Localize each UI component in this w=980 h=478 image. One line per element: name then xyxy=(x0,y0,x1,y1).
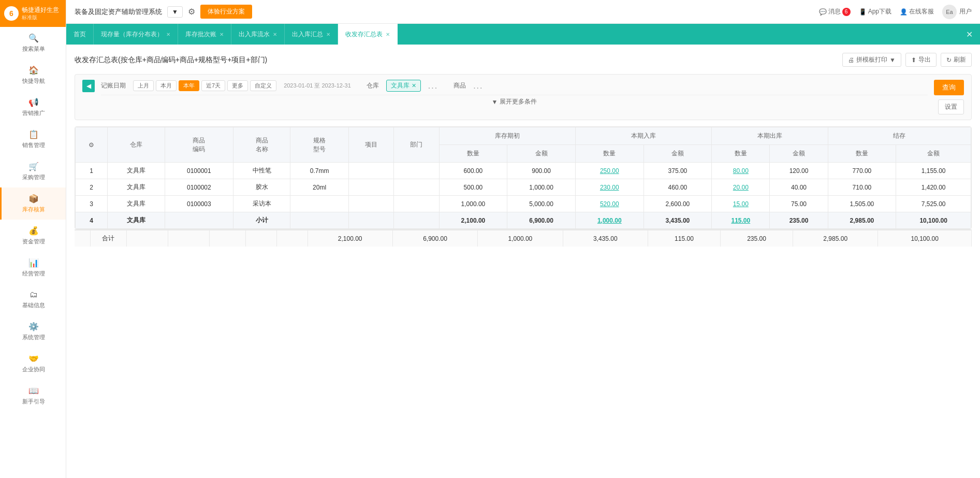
date-custom[interactable]: 自定义 xyxy=(250,80,276,91)
th-balance-qty: 数量 xyxy=(828,145,896,163)
date-current-year[interactable]: 本年 xyxy=(179,80,199,91)
service-icon: 👤 xyxy=(900,8,908,16)
filter-collapse-btn[interactable]: ◀ xyxy=(82,80,95,92)
row-open-qty: 500.00 xyxy=(439,179,507,196)
warehouse-filter-label: 仓库 xyxy=(367,81,379,90)
table-settings-th[interactable]: ⚙ xyxy=(76,127,108,163)
export-label: 导出 xyxy=(918,55,931,64)
row-in-amt: 375.00 xyxy=(643,163,712,179)
subtotal-in-qty[interactable]: 1,000.00 xyxy=(575,212,643,229)
filter-row-date: 记账日期 上月 本月 本年 近7天 更多 自定义 2023-01-01 至 20… xyxy=(101,80,928,92)
row-balance-amt: 1,420.00 xyxy=(896,179,971,196)
sidebar-item-sales[interactable]: 📋 销售管理 xyxy=(0,123,66,155)
row-warehouse: 文具库 xyxy=(108,196,165,212)
quick-nav-label: 快捷导航 xyxy=(22,77,45,85)
tab-stock-dist-close[interactable]: ✕ xyxy=(166,32,170,37)
message-badge: 6 xyxy=(842,8,851,16)
th-goods-name: 商品名称 xyxy=(233,127,290,163)
date-more[interactable]: 更多 xyxy=(227,80,248,91)
export-button[interactable]: ⬆ 导出 xyxy=(905,53,937,67)
message-label: 消息 xyxy=(828,7,841,16)
sidebar-item-operation[interactable]: 📊 经营管理 xyxy=(0,252,66,284)
row-out-qty[interactable]: 15.00 xyxy=(712,196,770,212)
online-service-label: 在线客服 xyxy=(909,7,934,16)
user-info[interactable]: Ea 用户 xyxy=(942,5,972,19)
tab-recv-send[interactable]: 收发存汇总表 ✕ xyxy=(338,24,398,45)
tab-inout-summary[interactable]: 出入库汇总 ✕ xyxy=(285,24,338,45)
online-service-link[interactable]: 👤 在线客服 xyxy=(900,7,934,16)
tab-stock-dist[interactable]: 现存量（库存分布表） ✕ xyxy=(94,24,178,45)
refresh-button[interactable]: ↻ 刷新 xyxy=(941,53,972,67)
message-link[interactable]: 💬 消息 6 xyxy=(819,7,851,16)
purchase-label: 采购管理 xyxy=(22,173,45,181)
row-balance-qty: 710.00 xyxy=(828,179,896,196)
page-title-row: 收发存汇总表(按仓库+商品编码+商品+规格型号+项目+部门) 🖨 拼模板打印 ▼… xyxy=(75,53,972,67)
row-no: 2 xyxy=(76,179,108,196)
row-goods-spec: 0.7mm xyxy=(290,163,348,179)
row-in-qty[interactable]: 520.00 xyxy=(575,196,643,212)
total-no-cell xyxy=(75,230,90,247)
main-content: 装备及固定资产辅助管理系统 ▼ ⚙ 体验行业方案 💬 消息 6 📱 App下载 xyxy=(66,0,980,478)
sidebar-item-inventory[interactable]: 📦 库存核算 xyxy=(0,187,66,220)
print-label: 拼模板打印 xyxy=(856,55,887,64)
page-actions: 🖨 拼模板打印 ▼ ⬆ 导出 ↻ 刷新 xyxy=(842,53,972,67)
total-out-amt: 235.00 xyxy=(720,230,793,247)
sidebar-item-marketing[interactable]: 📢 营销推广 xyxy=(0,91,66,123)
date-7days[interactable]: 近7天 xyxy=(201,80,225,91)
row-in-qty[interactable]: 230.00 xyxy=(575,179,643,196)
date-prev-month[interactable]: 上月 xyxy=(133,80,154,91)
th-goods-spec: 规格型号 xyxy=(290,127,348,163)
total-open-amt: 6,900.00 xyxy=(392,230,477,247)
tab-inout-summary-close[interactable]: ✕ xyxy=(326,32,330,37)
query-button[interactable]: 查询 xyxy=(934,80,964,95)
sidebar-item-quick-nav[interactable]: 🏠 快捷导航 xyxy=(0,59,66,91)
tab-bar-close-btn[interactable]: ✕ xyxy=(959,30,980,39)
logo-icon: 6 xyxy=(4,6,19,21)
tab-inout-flow-close[interactable]: ✕ xyxy=(273,32,277,37)
tab-recv-send-close[interactable]: ✕ xyxy=(386,32,390,37)
row-out-amt: 75.00 xyxy=(770,196,828,212)
tab-batch[interactable]: 库存批次账 ✕ xyxy=(178,24,231,45)
row-in-amt: 460.00 xyxy=(643,179,712,196)
subtotal-code xyxy=(165,212,233,229)
sidebar-item-search[interactable]: 🔍 搜索菜单 xyxy=(0,27,66,59)
row-dept xyxy=(394,179,439,196)
selector-text: ▼ xyxy=(172,8,178,16)
app-download-link[interactable]: 📱 App下载 xyxy=(859,7,891,16)
row-goods-code: 0100001 xyxy=(165,163,233,179)
row-out-qty[interactable]: 80.00 xyxy=(712,163,770,179)
guide-icon: 📖 xyxy=(28,386,39,396)
sidebar-item-finance[interactable]: 💰 资金管理 xyxy=(0,220,66,252)
row-out-qty[interactable]: 20.00 xyxy=(712,179,770,196)
goods-filter-more[interactable]: ... xyxy=(473,81,483,91)
row-balance-amt: 7,525.00 xyxy=(896,196,971,212)
trial-button[interactable]: 体验行业方案 xyxy=(200,5,252,19)
gear-icon[interactable]: ⚙ xyxy=(188,7,195,17)
total-out-qty: 115.00 xyxy=(648,230,720,247)
row-in-amt: 2,600.00 xyxy=(643,196,712,212)
tab-batch-close[interactable]: ✕ xyxy=(220,32,224,37)
sidebar: 6 畅捷通好生意 标准版 🔍 搜索菜单 🏠 快捷导航 📢 营销推广 📋 销售管理… xyxy=(0,0,66,478)
warehouse-filter-remove[interactable]: ✕ xyxy=(412,82,416,89)
sidebar-item-collab[interactable]: 🤝 企业协同 xyxy=(0,347,66,380)
refresh-label: 刷新 xyxy=(954,55,966,64)
settings-button[interactable]: 设置 xyxy=(938,99,964,114)
sidebar-item-purchase[interactable]: 🛒 采购管理 xyxy=(0,155,66,187)
date-current-month[interactable]: 本月 xyxy=(156,80,177,91)
row-out-amt: 40.00 xyxy=(770,179,828,196)
row-balance-qty: 1,505.00 xyxy=(828,196,896,212)
sidebar-item-basic[interactable]: 🗂 基础信息 xyxy=(0,284,66,315)
row-goods-name: 中性笔 xyxy=(233,163,290,179)
expand-filter-btn[interactable]: ▼ 展开更多条件 xyxy=(101,95,928,108)
goods-filter-label: 商品 xyxy=(454,81,466,90)
tab-inout-flow[interactable]: 出入库流水 ✕ xyxy=(231,24,285,45)
row-open-amt: 900.00 xyxy=(507,163,576,179)
warehouse-filter-more[interactable]: ... xyxy=(428,81,438,91)
system-selector[interactable]: ▼ xyxy=(167,6,183,18)
subtotal-out-qty[interactable]: 115.00 xyxy=(712,212,770,229)
print-button[interactable]: 🖨 拼模板打印 ▼ xyxy=(842,53,901,67)
tab-home[interactable]: 首页 xyxy=(66,24,94,45)
sidebar-item-guide[interactable]: 📖 新手引导 xyxy=(0,380,66,412)
sidebar-item-system[interactable]: ⚙️ 系统管理 xyxy=(0,315,66,347)
row-in-qty[interactable]: 250.00 xyxy=(575,163,643,179)
